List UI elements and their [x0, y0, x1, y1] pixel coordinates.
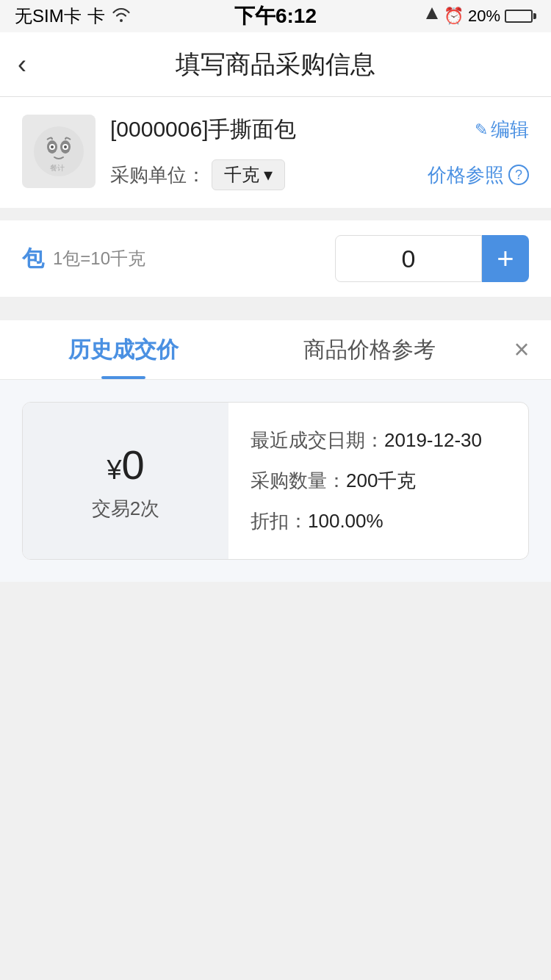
discount-label: 折扣： — [251, 510, 308, 532]
qty-value: 200千克 — [346, 469, 416, 491]
no-sim-label: 无SIM卡 — [15, 4, 82, 28]
bag-unit-label: 包 — [22, 244, 44, 274]
discount-value: 100.00% — [308, 510, 383, 532]
battery-icon — [505, 10, 536, 23]
sim-card-label: 卡 — [87, 4, 105, 28]
transaction-card: ¥0 交易2次 最近成交日期：2019-12-30 采购数量：200千克 折扣：… — [22, 402, 529, 560]
unit-select-dropdown[interactable]: 千克 ▾ — [212, 159, 285, 190]
product-image: 餐计 — [22, 115, 96, 188]
transaction-details-panel: 最近成交日期：2019-12-30 采购数量：200千克 折扣：100.00% — [228, 403, 528, 559]
section-divider-1 — [0, 208, 551, 220]
tab-product-price-ref[interactable]: 商品价格参考 — [246, 320, 492, 379]
product-header: [0000006]手撕面包 ✎ 编辑 — [110, 115, 529, 145]
battery-percent: 20% — [468, 7, 500, 26]
product-unit-row: 采购单位： 千克 ▾ 价格参照 ? — [110, 159, 529, 190]
wifi-icon — [111, 6, 132, 26]
tab-close-button[interactable]: × — [492, 320, 551, 379]
status-left: 无SIM卡 卡 — [15, 4, 132, 28]
plus-icon: + — [497, 242, 514, 275]
qty-label: 采购数量： — [251, 469, 346, 491]
date-value: 2019-12-30 — [384, 429, 482, 451]
quantity-input[interactable]: 0 — [335, 235, 482, 282]
svg-point-5 — [51, 145, 54, 148]
product-name: [0000006]手撕面包 — [110, 115, 296, 145]
location-icon — [425, 6, 439, 26]
svg-point-6 — [64, 145, 67, 148]
detail-discount-row: 折扣：100.00% — [251, 507, 506, 536]
quantity-left: 包 1包=10千克 — [22, 244, 145, 274]
status-bar: 无SIM卡 卡 下午6:12 ⏰ 20% — [0, 0, 551, 32]
quantity-section: 包 1包=10千克 0 + — [0, 220, 551, 297]
alarm-icon: ⏰ — [444, 7, 464, 26]
dropdown-arrow-icon: ▾ — [264, 165, 273, 185]
edit-icon: ✎ — [475, 120, 488, 140]
back-button[interactable]: ‹ — [18, 49, 26, 80]
product-card: 餐计 [0000006]手撕面包 ✎ 编辑 采购单位： 千克 ▾ 价格参照 — [0, 97, 551, 208]
detail-date-row: 最近成交日期：2019-12-30 — [251, 426, 506, 455]
tabs-section: 历史成交价 商品价格参考 × ¥0 交易2次 最近成交日期：2019-12-30 — [0, 320, 551, 582]
currency-symbol: ¥ — [107, 455, 121, 485]
product-info: [0000006]手撕面包 ✎ 编辑 采购单位： 千克 ▾ 价格参照 ? — [110, 115, 529, 190]
quantity-right: 0 + — [335, 235, 529, 282]
status-time: 下午6:12 — [234, 2, 317, 30]
tabs-header: 历史成交价 商品价格参考 × — [0, 320, 551, 380]
price-ref-help-icon: ? — [508, 165, 529, 185]
tab-active-underline — [101, 376, 145, 379]
svg-text:餐计: 餐计 — [50, 164, 65, 172]
nav-bar: ‹ 填写商品采购信息 — [0, 32, 551, 97]
detail-qty-row: 采购数量：200千克 — [251, 466, 506, 495]
price-reference-button[interactable]: 价格参照 ? — [428, 162, 529, 188]
transaction-price-value: ¥0 — [107, 441, 144, 489]
transaction-count-label: 交易2次 — [92, 496, 159, 522]
status-right: ⏰ 20% — [425, 6, 536, 26]
edit-button[interactable]: ✎ 编辑 — [475, 117, 529, 143]
unit-label: 采购单位： 千克 ▾ — [110, 159, 285, 190]
quantity-plus-button[interactable]: + — [482, 235, 529, 282]
bag-description: 1包=10千克 — [53, 247, 145, 270]
transaction-price-panel: ¥0 交易2次 — [23, 403, 228, 559]
date-label: 最近成交日期： — [251, 429, 384, 451]
tab-content-history: ¥0 交易2次 最近成交日期：2019-12-30 采购数量：200千克 折扣：… — [0, 380, 551, 582]
quantity-value: 0 — [402, 245, 416, 273]
page-title: 填写商品采购信息 — [176, 48, 375, 82]
close-icon: × — [514, 334, 529, 365]
section-divider-2 — [0, 297, 551, 309]
tab-history-price[interactable]: 历史成交价 — [0, 320, 246, 379]
